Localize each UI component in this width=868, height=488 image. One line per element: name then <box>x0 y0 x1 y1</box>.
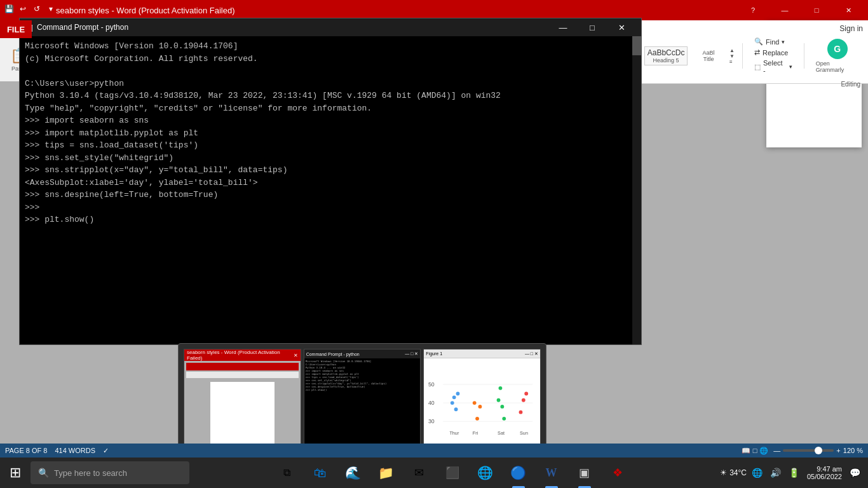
tray-clock[interactable]: 9:47 am 05/06/2022 <box>804 465 844 480</box>
svg-point-8 <box>454 407 458 411</box>
preview-word-controls: ✕ <box>294 353 298 358</box>
editing-label: Editing <box>841 81 860 88</box>
style-down-arrow[interactable]: ▼ <box>729 53 735 59</box>
grammarly-group[interactable]: G Open Grammarly <box>812 37 863 74</box>
grammarly-icon: G <box>827 39 848 59</box>
preview-cmd[interactable]: Command Prompt - python — □ ✕ Microsoft … <box>304 349 421 452</box>
style-up-arrow[interactable]: ▲ <box>729 48 735 53</box>
cmd-line-15: >>> plt.show() <box>25 214 636 226</box>
heading5-label: Heading 5 <box>653 57 679 64</box>
taskbar-mail[interactable]: ✉ <box>404 458 435 488</box>
cmd-titlebar: ▣ Command Prompt - python — □ ✕ <box>20 18 641 36</box>
taskbar-word[interactable]: W <box>536 458 567 488</box>
title-label: Title <box>703 56 714 62</box>
taskbar-taskview[interactable]: ⧉ <box>272 458 302 488</box>
web-view-btn[interactable]: 🌐 <box>759 447 768 455</box>
file-tab[interactable]: FILE <box>0 20 32 38</box>
select-btn[interactable]: ⬚ Select - ▾ <box>753 58 794 75</box>
cmd-line-10: >>> sns.set_style("whitegrid") <box>25 152 636 165</box>
tray-network-icon[interactable]: 🌐 <box>749 466 765 479</box>
minimize-btn[interactable]: — <box>770 0 799 20</box>
preview-cmd-title: Command Prompt - python <box>306 352 360 356</box>
cmd-line-9: >>> tips = sns.load_dataset('tips') <box>25 139 636 152</box>
style-arrows[interactable]: ▲ ▼ ≡ <box>729 48 735 65</box>
taskbar-edge[interactable]: 🌊 <box>338 458 369 488</box>
svg-text:40: 40 <box>428 400 435 406</box>
svg-point-15 <box>501 405 505 409</box>
edge-icon: 🌊 <box>345 465 361 480</box>
taskbar-search[interactable]: 🔍 Type here to search <box>31 461 189 484</box>
titlebar-controls: ? — □ ✕ <box>738 0 863 20</box>
status-bar-left: PAGE 8 OF 8 414 WORDS ✓ <box>5 447 109 455</box>
preview-word[interactable]: seaborn styles - Word (Product Activatio… <box>184 349 301 452</box>
cmd-controls: — □ ✕ <box>548 18 636 36</box>
more-qa-btn[interactable]: ▾ <box>44 3 57 15</box>
cmd-line-4: C:\Users\user>python <box>25 78 636 90</box>
taskbar-preview: seaborn styles - Word (Product Activatio… <box>178 343 546 458</box>
close-btn[interactable]: ✕ <box>834 0 863 20</box>
taskbar-browser[interactable]: 🌐 <box>470 458 501 488</box>
taskbar-ms-store2[interactable]: ⬛ <box>437 458 468 488</box>
cmd-line-2: (c) Microsoft Corporation. All rights re… <box>25 53 636 65</box>
svg-point-19 <box>519 410 523 414</box>
undo-qa-btn[interactable]: ↩ <box>17 3 29 15</box>
zoom-thumb[interactable] <box>815 447 822 454</box>
cmd-minimize-btn[interactable]: — <box>548 18 578 36</box>
cmd-line-1: Microsoft Windows [Version 10.0.19044.17… <box>25 40 636 53</box>
replace-btn[interactable]: ⇄ Replace <box>753 48 794 57</box>
zoom-in-btn[interactable]: + <box>836 447 840 454</box>
taskbar-start-btn[interactable]: ⊞ <box>0 458 31 488</box>
tray-weather[interactable]: ☀ 34°C <box>720 468 747 477</box>
cmd-line-5: Python 3.10.4 (tags/v3.10.4:9d38120, Mar… <box>25 90 636 102</box>
save-qa-btn[interactable]: 💾 <box>3 3 15 15</box>
preview-figure-controls: — □ ✕ <box>525 351 538 356</box>
cmd-window: ▣ Command Prompt - python — □ ✕ Microsof… <box>19 18 642 345</box>
preview-figure[interactable]: Figure 1 — □ ✕ 50 40 30 <box>423 349 541 452</box>
ms-store2-icon: ⬛ <box>445 466 459 480</box>
zoom-out-btn[interactable]: — <box>773 447 780 454</box>
tray-volume-icon[interactable]: 🔊 <box>768 466 783 479</box>
style-more-arrow[interactable]: ≡ <box>729 59 735 65</box>
window-title: seaborn styles - Word (Product Activatio… <box>56 6 235 15</box>
undo-arrow-qa-btn[interactable]: ↺ <box>31 3 43 15</box>
taskbar-store[interactable]: 🛍 <box>305 458 336 488</box>
cmd-line-11: >>> sns.stripplot(x="day", y="total_bill… <box>25 164 636 177</box>
select-arrow: ▾ <box>789 64 792 70</box>
svg-point-13 <box>473 401 477 405</box>
explorer-icon: 📁 <box>378 465 394 480</box>
taskbar-explorer[interactable]: 📁 <box>371 458 402 488</box>
grammarly-label: Open Grammarly <box>816 60 859 73</box>
preview-figure-titlebar: Figure 1 — □ ✕ <box>424 349 540 358</box>
cmd-scrollbar[interactable] <box>632 36 641 344</box>
find-label: Find <box>766 38 779 46</box>
find-btn[interactable]: 🔍 Find ▾ <box>753 37 794 46</box>
browser-icon: 🌐 <box>477 465 493 480</box>
svg-text:Sat: Sat <box>498 430 505 436</box>
tray-date-text: 05/06/2022 <box>807 473 842 480</box>
sign-in-link[interactable]: Sign in <box>839 24 863 33</box>
heading5-style[interactable]: AaBbCcDc Heading 5 <box>644 46 688 65</box>
cmd-title-group: ▣ Command Prompt - python <box>25 22 128 32</box>
tray-notification-icon[interactable]: 💬 <box>847 466 863 479</box>
title-style[interactable]: AaBl Title <box>693 48 724 64</box>
svg-point-12 <box>478 405 482 409</box>
read-view-btn[interactable]: 📖 <box>742 447 750 455</box>
preview-word-content <box>184 361 301 451</box>
svg-text:50: 50 <box>428 381 435 388</box>
cmd-scrollbar-thumb[interactable] <box>632 36 641 55</box>
taskbar-chrome[interactable]: 🔵 <box>503 458 534 488</box>
store-icon: 🛍 <box>314 466 327 480</box>
restore-btn[interactable]: □ <box>802 0 831 20</box>
preview-word-title: seaborn styles - Word (Product Activatio… <box>187 349 294 361</box>
svg-point-20 <box>525 392 529 396</box>
cmd-restore-btn[interactable]: □ <box>578 18 607 36</box>
cmd-close-btn[interactable]: ✕ <box>607 18 636 36</box>
taskbar-other[interactable]: ❖ <box>602 458 633 488</box>
quick-access-toolbar: 💾 ↩ ↺ ▾ <box>0 3 60 15</box>
help-btn[interactable]: ? <box>738 0 768 20</box>
taskbar: ⊞ 🔍 Type here to search ⧉ 🛍 🌊 📁 ✉ ⬛ 🌐 🔵 <box>0 458 868 488</box>
print-view-btn[interactable]: □ <box>753 447 757 454</box>
taskbar-terminal[interactable]: ▣ <box>569 458 600 488</box>
zoom-slider[interactable] <box>783 449 834 452</box>
ribbon-main-row: AaBbCcDc Heading 5 AaBl Title ▲ ▼ ≡ 🔍 Fi… <box>642 34 865 78</box>
